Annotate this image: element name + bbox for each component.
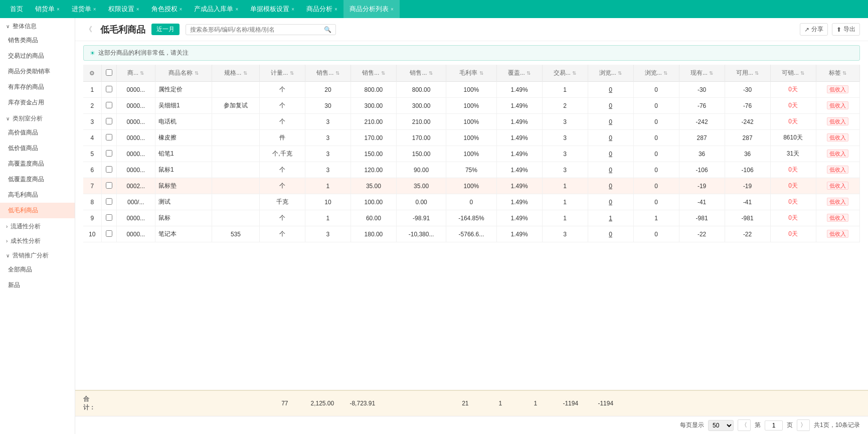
close-role-icon[interactable]: × — [180, 7, 183, 12]
row-checkbox[interactable] — [106, 230, 112, 237]
row-checkbox-cell — [101, 194, 116, 210]
row-browse1[interactable]: 1 — [588, 210, 633, 226]
row-browse1[interactable]: 0 — [588, 130, 633, 146]
col-saleable[interactable]: 可销... ⇅ — [770, 65, 816, 82]
sidebar-item-high-margin[interactable]: 高毛利商品 — [0, 187, 75, 203]
close-permissions-icon[interactable]: × — [136, 7, 139, 12]
row-name[interactable]: 笔记本 — [155, 226, 212, 242]
col-sale-amount[interactable]: 销售... ⇅ — [396, 65, 446, 82]
sidebar-collapse-button[interactable]: 《 — [83, 25, 94, 34]
nav-permissions[interactable]: 权限设置 × — [102, 0, 145, 18]
nav-goods-analysis[interactable]: 商品分析 × — [300, 0, 343, 18]
sidebar-item-low-coverage[interactable]: 低覆盖度商品 — [0, 172, 75, 187]
row-browse1[interactable]: 0 — [588, 114, 633, 130]
row-checkbox[interactable] — [106, 86, 112, 92]
date-filter-button[interactable]: 近一月 — [151, 24, 180, 35]
row-name[interactable]: 电话机 — [155, 114, 212, 130]
col-browse2[interactable]: 浏览... ⇅ — [633, 65, 679, 82]
col-spec[interactable]: 规格... ⇅ — [212, 65, 259, 82]
row-unit: 个 — [259, 210, 305, 226]
per-page-select[interactable]: 50 100 200 — [708, 420, 734, 431]
settings-icon[interactable]: ⚙ — [89, 70, 95, 77]
row-checkbox[interactable] — [106, 214, 112, 221]
row-sale-amount: -98.91 — [396, 210, 446, 226]
row-name[interactable]: 鼠标 — [155, 210, 212, 226]
prev-page-button[interactable]: 〈 — [738, 419, 751, 431]
row-name[interactable]: 鼠标1 — [155, 162, 212, 178]
close-list-icon[interactable]: × — [391, 7, 394, 12]
sidebar-group-category[interactable]: ∨ 类别室分析 — [0, 110, 75, 125]
nav-home[interactable]: 首页 — [4, 0, 29, 18]
row-name[interactable]: 属性定价 — [155, 82, 212, 98]
sidebar-item-high-value[interactable]: 高价值商品 — [0, 125, 75, 140]
col-current[interactable]: 现有... ⇅ — [679, 65, 725, 82]
row-name[interactable]: 铅笔1 — [155, 146, 212, 162]
col-sale-qty[interactable]: 销售... ⇅ — [305, 65, 351, 82]
row-browse1[interactable]: 0 — [588, 146, 633, 162]
col-sale-price[interactable]: 销售... ⇅ — [351, 65, 396, 82]
next-page-button[interactable]: 〉 — [797, 419, 810, 431]
row-browse1[interactable]: 0 — [588, 178, 633, 194]
col-name[interactable]: 商品名称 ⇅ — [155, 65, 212, 82]
nav-template[interactable]: 单据模板设置 × — [244, 0, 300, 18]
col-available[interactable]: 可用... ⇅ — [725, 65, 770, 82]
row-checkbox[interactable] — [106, 166, 112, 173]
row-checkbox[interactable] — [106, 118, 112, 124]
sidebar-item-sales-goods[interactable]: 销售类商品 — [0, 33, 75, 48]
row-name[interactable]: 鼠标垫 — [155, 178, 212, 194]
row-checkbox[interactable] — [106, 134, 112, 140]
sidebar-item-all-goods[interactable]: 全部商品 — [0, 262, 75, 277]
nav-role-auth[interactable]: 角色授权 × — [145, 0, 189, 18]
row-name[interactable]: 测试 — [155, 194, 212, 210]
close-template-icon[interactable]: × — [291, 7, 294, 12]
row-trade: 3 — [542, 130, 588, 146]
sidebar-group-growth[interactable]: › 成长性分析 — [0, 233, 75, 247]
sidebar-item-low-margin[interactable]: 低毛利商品 — [0, 203, 75, 218]
col-trade[interactable]: 交易... ⇅ — [542, 65, 588, 82]
page-number-input[interactable] — [765, 420, 783, 430]
close-product-icon[interactable]: × — [235, 7, 238, 12]
row-browse1[interactable]: 0 — [588, 98, 633, 114]
sidebar-group-marketing[interactable]: ∨ 营销推广分析 — [0, 247, 75, 262]
row-browse1[interactable]: 0 — [588, 226, 633, 242]
sidebar-item-high-coverage[interactable]: 高覆盖度商品 — [0, 156, 75, 172]
row-checkbox[interactable] — [106, 182, 112, 189]
nav-purchase[interactable]: 进货单 × — [66, 0, 102, 18]
nav-sales[interactable]: 销货单 × — [29, 0, 66, 18]
row-browse1[interactable]: 0 — [588, 162, 633, 178]
search-icon[interactable]: 🔍 — [324, 26, 331, 33]
row-browse1[interactable]: 0 — [588, 82, 633, 98]
row-checkbox[interactable] — [106, 150, 112, 157]
sidebar-item-category-rate[interactable]: 商品分类助销率 — [0, 64, 75, 79]
row-checkbox[interactable] — [106, 198, 112, 205]
row-name[interactable]: 吴细细1 — [155, 98, 212, 114]
col-coverage[interactable]: 覆盖... ⇅ — [496, 65, 542, 82]
sidebar-item-traded-goods[interactable]: 交易过的商品 — [0, 48, 75, 64]
row-name[interactable]: 橡皮擦 — [155, 130, 212, 146]
row-browse1[interactable]: 0 — [588, 194, 633, 210]
row-checkbox[interactable] — [106, 102, 112, 108]
sidebar-item-capital[interactable]: 库存资金占用 — [0, 95, 75, 110]
search-input[interactable] — [190, 26, 322, 33]
sidebar-group-overall[interactable]: ∨ 整体信息 — [0, 18, 75, 33]
col-code[interactable]: 商... ⇅ — [116, 65, 155, 82]
sidebar-item-new-goods[interactable]: 新品 — [0, 277, 75, 293]
col-unit[interactable]: 计量... ⇅ — [259, 65, 305, 82]
close-goods-icon[interactable]: × — [334, 7, 337, 12]
close-purchase-icon[interactable]: × — [93, 7, 96, 12]
sidebar-item-low-value[interactable]: 低价值商品 — [0, 140, 75, 156]
footer-browse1: 1 — [483, 400, 518, 407]
nav-goods-analysis-list[interactable]: 商品分析列表 × — [343, 0, 400, 18]
sidebar-item-inventory-goods[interactable]: 有库存的商品 — [0, 79, 75, 95]
sidebar-group-liquidity[interactable]: › 流通性分析 — [0, 218, 75, 233]
col-gross-rate[interactable]: 毛利率 ⇅ — [446, 65, 496, 82]
col-browse1[interactable]: 浏览... ⇅ — [588, 65, 633, 82]
export-button[interactable]: ⬆ 导出 — [832, 23, 860, 36]
col-settings[interactable]: ⚙ — [83, 65, 101, 82]
select-all-checkbox[interactable] — [106, 69, 112, 76]
nav-product-in[interactable]: 产成品入库单 × — [188, 0, 244, 18]
col-tag[interactable]: 标签 ⇅ — [816, 65, 859, 82]
share-button[interactable]: ↗ 分享 — [800, 23, 828, 36]
close-sales-icon[interactable]: × — [57, 7, 60, 12]
row-current: 287 — [679, 130, 725, 146]
